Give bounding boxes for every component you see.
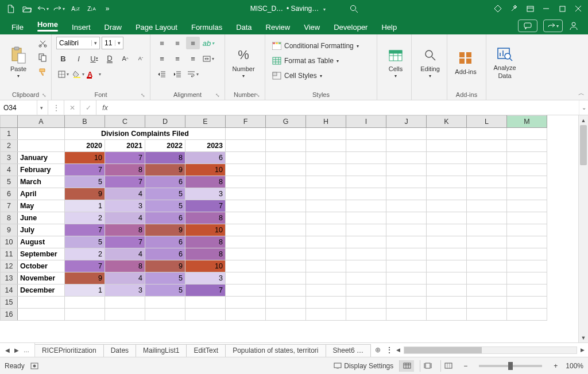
cancel-formula-icon[interactable]: ✕ [64,100,80,115]
wrap-text-button[interactable] [186,68,200,80]
qat-overflow-icon[interactable]: » [100,2,115,15]
tab-formulas[interactable]: Formulas [185,20,228,34]
cell-G9[interactable] [266,224,306,236]
cell-J13[interactable] [386,272,427,285]
cell-H13[interactable] [306,272,346,285]
sheet-prev-icon[interactable]: ◀ [3,346,11,354]
cell-C15[interactable] [105,297,145,309]
cell-L4[interactable] [467,164,507,176]
cell-L16[interactable] [467,309,507,321]
cell-H15[interactable] [306,297,346,309]
cell-I3[interactable] [346,152,386,164]
cell-F3[interactable] [226,152,266,164]
ribbon-display-icon[interactable] [523,2,537,15]
row-header-10[interactable]: 10 [1,236,18,248]
search-icon[interactable] [350,5,358,13]
cell-E14[interactable]: 7 [185,285,226,297]
tab-page-layout[interactable]: Page Layout [130,20,183,34]
open-file-icon[interactable] [20,2,34,15]
cell-C2[interactable]: 2021 [105,140,145,152]
normal-view-button[interactable] [399,360,414,372]
cell-F12[interactable] [226,260,266,272]
display-settings-button[interactable]: Display Settings [334,362,393,370]
row-header-3[interactable]: 3 [1,152,18,164]
sheet-tab-dates[interactable]: Dates [103,344,136,357]
cell-A3[interactable]: January [18,152,65,164]
cell-L5[interactable] [467,176,507,188]
cell-E7[interactable]: 7 [185,200,226,212]
sort-asc-icon[interactable]: A↓Z [68,2,83,15]
cell-G1[interactable] [266,128,306,140]
page-break-view-button[interactable] [440,360,455,372]
cell-A14[interactable]: December [18,285,65,297]
align-right-button[interactable]: ≡ [186,52,200,65]
cell-B13[interactable]: 9 [65,272,105,285]
cell-K10[interactable] [427,236,467,248]
increase-indent-button[interactable] [171,68,184,80]
col-header-A[interactable]: A [18,116,65,128]
cell-K15[interactable] [427,297,467,309]
cell-A8[interactable]: June [18,212,65,224]
cell-M16[interactable] [507,309,547,321]
chevron-down-icon[interactable]: ▾ [37,100,46,115]
cell-D4[interactable]: 9 [145,164,185,176]
cell-F1[interactable] [226,128,266,140]
cell-J1[interactable] [386,128,427,140]
tab-insert[interactable]: Insert [66,20,96,34]
cell-E4[interactable]: 10 [185,164,226,176]
share-button[interactable] [543,20,563,32]
zoom-out-button[interactable]: − [461,362,470,370]
cell-K2[interactable] [427,140,467,152]
cell-D6[interactable]: 5 [145,188,185,200]
cell-G2[interactable] [266,140,306,152]
row-header-11[interactable]: 11 [1,248,18,260]
cell-I2[interactable] [346,140,386,152]
cell-C8[interactable]: 4 [105,212,145,224]
cell-B7[interactable]: 1 [65,200,105,212]
cell-C11[interactable]: 4 [105,248,145,260]
cell-M1[interactable] [507,128,547,140]
col-header-D[interactable]: D [145,116,185,128]
cell-M12[interactable] [507,260,547,272]
analyze-data-button[interactable]: Analyze Data [491,37,519,87]
cell-C10[interactable]: 7 [105,236,145,248]
cell-A2[interactable] [18,140,65,152]
col-header-B[interactable]: B [65,116,105,128]
cell-B5[interactable]: 5 [65,176,105,188]
cell-K1[interactable] [427,128,467,140]
cell-C3[interactable]: 7 [105,152,145,164]
cell-G6[interactable] [266,188,306,200]
cell-H16[interactable] [306,309,346,321]
tab-help[interactable]: Help [376,20,403,34]
cell-G3[interactable] [266,152,306,164]
zoom-slider[interactable] [479,365,542,367]
col-header-C[interactable]: C [105,116,145,128]
title-dropdown-icon[interactable] [322,5,326,13]
fill-color-button[interactable] [72,68,86,80]
cell-M15[interactable] [507,297,547,309]
formula-input[interactable] [114,100,579,115]
cell-C5[interactable]: 7 [105,176,145,188]
vertical-scrollbar[interactable]: ▲ ▼ [578,115,588,342]
sheet-tab-population-of-states-territori[interactable]: Population of states, territori [225,344,326,357]
cell-J12[interactable] [386,260,427,272]
sheet-tab-riceprioritization[interactable]: RICEPrioritization [35,344,104,357]
cell-B14[interactable]: 1 [65,285,105,297]
cell-I14[interactable] [346,285,386,297]
cell-H10[interactable] [306,236,346,248]
grid[interactable]: ABCDEFGHIJKLM1Division Complaints Filed2… [0,115,578,342]
wand-icon[interactable] [506,2,521,15]
cell-E16[interactable] [185,309,226,321]
align-center-button[interactable]: ≡ [171,52,184,65]
cell-A7[interactable]: May [18,200,65,212]
align-top-button[interactable]: ≡ [155,37,169,49]
cell-H14[interactable] [306,285,346,297]
cell-C7[interactable]: 3 [105,200,145,212]
cell-G5[interactable] [266,176,306,188]
dialog-launcher-icon[interactable]: ⤡ [141,92,145,98]
cell-C13[interactable]: 4 [105,272,145,285]
name-box[interactable]: ▾ [0,100,48,115]
cell-D15[interactable] [145,297,185,309]
redo-button[interactable] [52,2,67,15]
cell-B6[interactable]: 9 [65,188,105,200]
